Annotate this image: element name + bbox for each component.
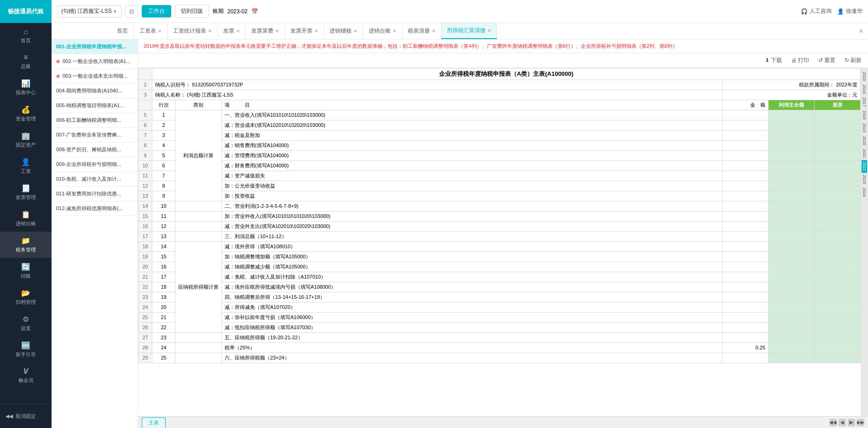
- sidebar-item-assets[interactable]: 🏢 固定资产: [0, 127, 52, 153]
- sidebar-item-report[interactable]: 📊 报表中心: [0, 74, 52, 101]
- sidebar-item-purchase[interactable]: 📋 进销台账: [0, 205, 52, 232]
- year-2020[interactable]: 2020: [862, 134, 867, 147]
- tab-audit-close[interactable]: ✕: [353, 29, 357, 34]
- taxpayer-name-value: (勾稽) 江西服宝-LSS: [187, 92, 233, 97]
- bottom-tab-main[interactable]: 主表: [142, 417, 166, 428]
- sidebar-item-tax[interactable]: 📁 税务管理: [0, 232, 52, 258]
- ai-consult-btn[interactable]: 🎧 人工咨询: [801, 7, 832, 15]
- sidebar-item-label: 设置: [21, 325, 31, 332]
- workstation-button[interactable]: 工作台: [142, 5, 171, 17]
- sidebar-item-archive[interactable]: 📂 归档管理: [0, 284, 52, 310]
- scroll-next-btn[interactable]: ▶: [848, 419, 855, 426]
- download-button[interactable]: ⬇ 下载: [762, 55, 785, 66]
- guide-icon: 🆕: [21, 341, 30, 350]
- chevron-down-icon: ▾: [114, 8, 116, 15]
- year-2023[interactable]: 2023: [862, 173, 867, 186]
- unpin-button[interactable]: ◀◀ 取消固定: [0, 409, 52, 423]
- scroll-right-btn[interactable]: ▶▶: [857, 419, 864, 426]
- year-2019-top[interactable]: 2019: [862, 70, 867, 83]
- left-panel-item-003[interactable]: ⊗ 003-一般企业成本支出明细...: [52, 69, 138, 84]
- left-panel-item-005[interactable]: 005-纳税调整项目明细表(A1...: [52, 98, 138, 113]
- left-panel-item-002[interactable]: ⊗ 002-一般企业收入明细表(A1...: [52, 54, 138, 69]
- period-label: 税款所属期间：: [799, 82, 834, 87]
- sidebar-item-settings[interactable]: ⚙ 设置: [0, 310, 52, 337]
- tab-invoice-open[interactable]: 发票开票✕: [285, 23, 324, 39]
- refresh-icon: ↻: [845, 57, 849, 63]
- error-icon-003: ⊗: [56, 74, 60, 79]
- table-row: 24 20 减：所得减免（填写A107020）: [139, 302, 861, 312]
- tab-payroll[interactable]: 工资表✕: [134, 23, 168, 39]
- sidebar-item-guide[interactable]: 🆕 新手引导: [0, 337, 52, 363]
- tab-home[interactable]: 首页: [111, 23, 134, 39]
- year-2017[interactable]: 2017: [862, 96, 867, 108]
- sidebar-item-label: 首页: [21, 37, 31, 44]
- reset-button[interactable]: ↺ 重置: [816, 55, 838, 66]
- left-panel-item-011[interactable]: 011-研发费用加计扣除优惠...: [52, 187, 138, 201]
- calendar-icon[interactable]: 📅: [251, 8, 258, 15]
- print-icon: 🖨: [791, 57, 797, 63]
- currency-label: 金额单位：元: [827, 92, 857, 97]
- year-2024[interactable]: 2024: [862, 186, 867, 199]
- tab-invoice-calc[interactable]: 发票算费✕: [246, 23, 285, 39]
- left-panel-item-006[interactable]: 006-职工薪酬纳税调整明细...: [52, 113, 138, 128]
- scroll-prev-btn[interactable]: ◀: [839, 419, 846, 426]
- taxpayer-id-label: 纳税人识别号：: [155, 82, 191, 87]
- sidebar-item-close-books[interactable]: 🔄 结账: [0, 258, 52, 284]
- tab-tax-list[interactable]: 税表清册✕: [402, 23, 441, 39]
- tab-purchase-ledger[interactable]: 进销台账✕: [363, 23, 402, 39]
- sidebar-item-payroll[interactable]: 👤 工资: [0, 153, 52, 179]
- switch-old-button[interactable]: 切到旧版: [175, 5, 209, 18]
- refresh-button[interactable]: ↻ 刷新: [842, 55, 864, 66]
- sidebar-item-invoice[interactable]: 🧾 发票管理: [0, 179, 52, 205]
- copy-icon: ⊡: [129, 8, 134, 15]
- sidebar-item-label: 资金管理: [16, 115, 36, 122]
- year-2016[interactable]: 2016: [862, 83, 867, 96]
- tab-payroll-stats[interactable]: 工资统计报表✕: [168, 23, 218, 39]
- sidebar-item-home[interactable]: ⌂ 首页: [0, 23, 52, 49]
- left-panel-item-010[interactable]: 010-免税、减计收入及加计...: [52, 172, 138, 187]
- warning-bar: 2019年度步及取以前年度结转数据的申报表单元格需要手工维护正确，才能保证本年及…: [138, 40, 868, 53]
- close-books-icon: 🔄: [21, 263, 30, 271]
- scroll-left-btn[interactable]: ◀◀: [829, 419, 837, 426]
- table-row: 16 12 减：营业外支出(填写A102010\102020\103000): [139, 221, 861, 231]
- tabbar-close-all[interactable]: ✕: [854, 23, 868, 39]
- tab-invoice-calc-close[interactable]: ✕: [275, 29, 279, 34]
- left-panel-item-007[interactable]: 007-广告费和业务宣传费摊...: [52, 128, 138, 143]
- tab-income-tax[interactable]: 所得税汇算清缴✕: [441, 23, 497, 39]
- tab-purchase-ledger-close[interactable]: ✕: [393, 29, 396, 34]
- tab-tax-list-close[interactable]: ✕: [432, 29, 435, 34]
- sidebar-bottom: ◀◀ 取消固定: [0, 404, 52, 428]
- company-selector[interactable]: (勾稽) 江西服宝-LSS ▾: [57, 5, 122, 17]
- user-profile-btn[interactable]: 👤 徐逢华: [837, 7, 862, 15]
- tab-audit[interactable]: 进销稽核✕: [324, 23, 363, 39]
- left-panel-item-008[interactable]: 008-资产折旧、摊销及纳税...: [52, 143, 138, 157]
- year-2018[interactable]: 2018: [862, 108, 867, 121]
- sidebar-item-label: 结账: [21, 273, 31, 280]
- tab-invoice[interactable]: 发票✕: [218, 23, 246, 39]
- year-2019[interactable]: 2019: [862, 121, 867, 134]
- sidebar-item-label: 总账: [21, 63, 31, 70]
- print-button[interactable]: 🖨 打印: [788, 55, 812, 66]
- sidebar-item-ledger[interactable]: ≡ 总账: [0, 49, 52, 74]
- copy-icon-btn[interactable]: ⊡: [125, 5, 138, 18]
- sidebar-item-member[interactable]: V 畅会员: [0, 363, 52, 388]
- left-panel-item-009[interactable]: 009-企业所得税补亏损明细...: [52, 157, 138, 172]
- year-2022[interactable]: 2022: [862, 160, 867, 173]
- tab-payroll-stats-close[interactable]: ✕: [208, 29, 212, 34]
- sidebar-item-label: 税务管理: [16, 246, 36, 253]
- right-panel: 2019年度步及取以前年度结转数据的申报表单元格需要手工维护正确，才能保证本年及…: [138, 40, 868, 428]
- avatar-icon: 👤: [837, 8, 844, 15]
- sidebar-item-finance[interactable]: 💰 资金管理: [0, 101, 52, 127]
- tab-payroll-close[interactable]: ✕: [158, 29, 162, 34]
- left-panel-item-004[interactable]: 004-期间费用明细表(A1040...: [52, 84, 138, 98]
- warning-text: 2019年度步及取以前年度结转数据的申报表单元格需要手工维护正确，才能保证本年及…: [144, 43, 677, 49]
- tab-invoice-open-close[interactable]: ✕: [314, 29, 318, 34]
- tab-invoice-close[interactable]: ✕: [236, 29, 240, 34]
- spreadsheet-scroll[interactable]: 企业所得税年度纳税申报表（A类）主表(A100000) 2 纳税人识别号： 91…: [138, 68, 861, 417]
- period-label: 账期: [213, 7, 224, 15]
- tab-income-tax-close[interactable]: ✕: [487, 28, 491, 33]
- error-icon-002: ⊗: [56, 59, 60, 64]
- left-panel-item-012[interactable]: 012-减免所得税优惠明细表(...: [52, 201, 138, 216]
- year-2021[interactable]: 2021: [862, 147, 867, 160]
- left-panel-item-001[interactable]: 001-企业所得税年度纳税申报...: [52, 40, 138, 54]
